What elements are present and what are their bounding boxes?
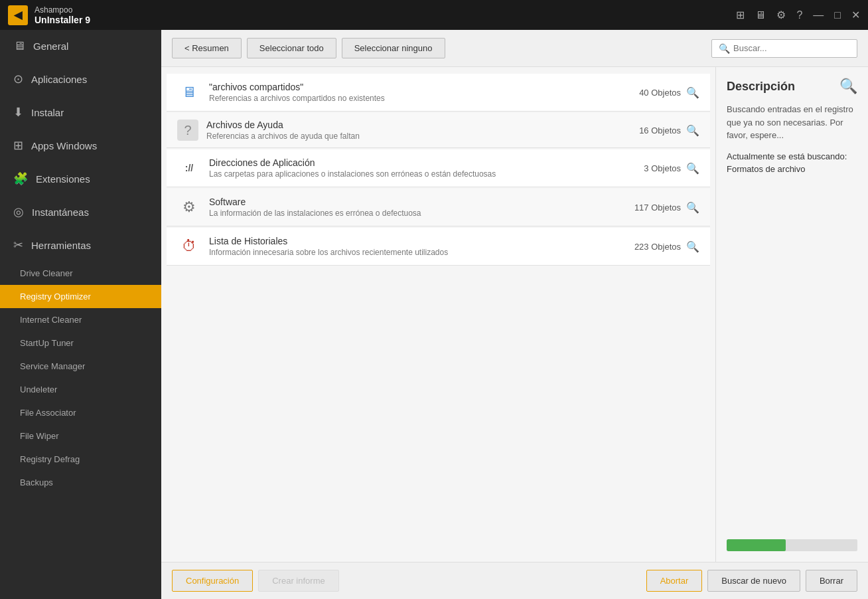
sidebar-label-apps-windows: Apps Windows [31, 140, 97, 151]
sidebar-item-aplicaciones[interactable]: ⊙ Aplicaciones [0, 62, 161, 96]
sidebar: 🖥 General ⊙ Aplicaciones ⬇ Instalar ⊞ Ap… [0, 30, 161, 599]
progress-bar-container [727, 539, 857, 551]
crear-informe-button[interactable]: Crear informe [258, 570, 338, 592]
item-search-icon[interactable]: 🔍 [686, 124, 699, 137]
sidebar-sub-registry-defrag[interactable]: Registry Defrag [0, 448, 161, 471]
toolbar: < Resumen Seleccionar todo Seleccionar n… [161, 30, 868, 67]
list-item[interactable]: ? Archivos de Ayuda Referencias a archiv… [167, 113, 710, 148]
tools-icon: ✂ [13, 238, 23, 252]
sidebar-sub-registry-optimizer[interactable]: Registry Optimizer [0, 285, 161, 308]
gear-icon[interactable]: ⚙ [776, 9, 786, 21]
item-search-icon[interactable]: 🔍 [686, 201, 699, 214]
item-search-icon[interactable]: 🔍 [686, 240, 699, 253]
select-none-button[interactable]: Seleccionar ninguno [342, 38, 445, 58]
items-list: 🖥 "archivos compartidos" Referencias a a… [161, 67, 715, 562]
sidebar-item-herramientas[interactable]: ✂ Herramientas [0, 228, 161, 262]
sidebar-sub-file-wiper[interactable]: File Wiper [0, 424, 161, 448]
search-input[interactable] [733, 43, 850, 53]
split-panel: 🖥 "archivos compartidos" Referencias a a… [161, 67, 868, 562]
item-icon-software: ⚙ [177, 195, 201, 219]
monitor-icon: 🖥 [13, 39, 25, 53]
title-bar: ◀ Ashampoo UnInstaller 9 ⊞ 🖥 ⚙ ? — □ ✕ [0, 0, 868, 30]
item-search-icon[interactable]: 🔍 [686, 86, 699, 99]
item-desc: Referencias a archivos compartidos no ex… [209, 94, 639, 103]
desc-text: Buscando entradas en el registro que ya … [727, 103, 857, 142]
sidebar-label-general: General [33, 41, 68, 52]
abortar-button[interactable]: Abortar [646, 570, 703, 592]
content-area: < Resumen Seleccionar todo Seleccionar n… [161, 30, 868, 599]
item-title: Software [209, 197, 634, 207]
sidebar-sub-backups[interactable]: Backups [0, 471, 161, 494]
desc-current-value: Formatos de archivo [727, 164, 806, 174]
item-count: 16 Objetos [639, 126, 681, 135]
sidebar-sub-service-manager[interactable]: Service Manager [0, 355, 161, 378]
window-controls: ⊞ 🖥 ⚙ ? — □ ✕ [736, 9, 860, 21]
progress-bar-fill [727, 539, 786, 551]
item-title: "archivos compartidos" [209, 82, 639, 92]
item-icon-archivos-compartidos: 🖥 [177, 80, 201, 104]
sidebar-sub-items: Drive Cleaner Registry Optimizer Interne… [0, 262, 161, 494]
icon-grid[interactable]: ⊞ [736, 9, 745, 21]
item-icon-direcciones: :// [177, 156, 201, 180]
sidebar-item-instantaneas[interactable]: ◎ Instantáneas [0, 195, 161, 228]
description-panel: Descripción 🔍 Buscando entradas en el re… [715, 67, 868, 562]
search-box: 🔍 [711, 39, 857, 58]
borrar-button[interactable]: Borrar [806, 570, 857, 592]
install-icon: ⬇ [13, 105, 23, 120]
item-text: Archivos de Ayuda Referencias a archivos… [206, 120, 639, 141]
item-text: Lista de Historiales Información inneces… [209, 236, 634, 257]
help-icon[interactable]: ? [796, 9, 802, 21]
item-search-icon[interactable]: 🔍 [686, 162, 699, 175]
sidebar-sub-file-associator[interactable]: File Associator [0, 401, 161, 424]
buscar-nuevo-button[interactable]: Buscar de nuevo [707, 570, 800, 592]
item-text: "archivos compartidos" Referencias a arc… [209, 82, 639, 103]
sidebar-item-instalar[interactable]: ⬇ Instalar [0, 96, 161, 129]
app-logo: ◀ Ashampoo UnInstaller 9 [8, 5, 90, 25]
extension-icon: 🧩 [13, 171, 28, 186]
desc-search-icon[interactable]: 🔍 [839, 78, 857, 95]
list-item[interactable]: 🖥 "archivos compartidos" Referencias a a… [167, 74, 710, 112]
sidebar-label-instantaneas: Instantáneas [32, 207, 89, 218]
sidebar-item-general[interactable]: 🖥 General [0, 30, 161, 62]
sidebar-item-extensiones[interactable]: 🧩 Extensiones [0, 162, 161, 195]
item-text: Software La información de las instalaci… [209, 197, 634, 218]
item-icon-historiales: ⏱ [177, 234, 201, 258]
sidebar-sub-internet-cleaner[interactable]: Internet Cleaner [0, 308, 161, 331]
item-count: 223 Objetos [634, 242, 681, 252]
item-title: Lista de Historiales [209, 236, 634, 246]
item-count: 40 Objetos [639, 88, 681, 98]
item-title: Direcciones de Aplicación [209, 157, 644, 168]
main-layout: 🖥 General ⊙ Aplicaciones ⬇ Instalar ⊞ Ap… [0, 30, 868, 599]
sidebar-label-herramientas: Herramientas [31, 240, 91, 251]
windows-icon: ⊞ [13, 138, 23, 153]
sidebar-item-apps-windows[interactable]: ⊞ Apps Windows [0, 129, 161, 162]
back-button[interactable]: < Resumen [172, 38, 242, 58]
logo-icon: ◀ [8, 5, 28, 25]
minimize-icon[interactable]: — [813, 9, 824, 21]
sidebar-label-aplicaciones: Aplicaciones [31, 74, 87, 85]
list-item[interactable]: ⚙ Software La información de las instala… [167, 189, 710, 226]
list-item[interactable]: ⏱ Lista de Historiales Información innec… [167, 228, 710, 266]
bottom-bar: Configuración Crear informe Abortar Busc… [161, 562, 868, 599]
item-desc: Información innecesaria sobre los archiv… [209, 248, 634, 257]
snapshot-icon: ◎ [13, 205, 24, 219]
select-all-button[interactable]: Seleccionar todo [247, 38, 336, 58]
search-icon: 🔍 [719, 43, 730, 54]
item-text: Direcciones de Aplicación Las carpetas p… [209, 157, 644, 179]
sidebar-label-extensiones: Extensiones [36, 173, 90, 185]
icon-monitor[interactable]: 🖥 [755, 9, 766, 21]
maximize-icon[interactable]: □ [834, 9, 841, 21]
sidebar-sub-drive-cleaner[interactable]: Drive Cleaner [0, 262, 161, 285]
sidebar-label-instalar: Instalar [31, 107, 64, 118]
desc-header: Descripción 🔍 [727, 78, 857, 95]
item-desc: Las carpetas para aplicaciones o instala… [209, 169, 644, 179]
sidebar-sub-undeleter[interactable]: Undeleter [0, 378, 161, 401]
brand-name: Ashampoo [35, 5, 90, 15]
sidebar-sub-startup-tuner[interactable]: StartUp Tuner [0, 331, 161, 355]
list-item[interactable]: :// Direcciones de Aplicación Las carpet… [167, 149, 710, 187]
item-title: Archivos de Ayuda [206, 120, 639, 130]
item-desc: La información de las instalaciones es e… [209, 209, 634, 218]
close-icon[interactable]: ✕ [851, 9, 860, 21]
configuracion-button[interactable]: Configuración [172, 570, 253, 592]
item-count: 117 Objetos [634, 203, 681, 213]
